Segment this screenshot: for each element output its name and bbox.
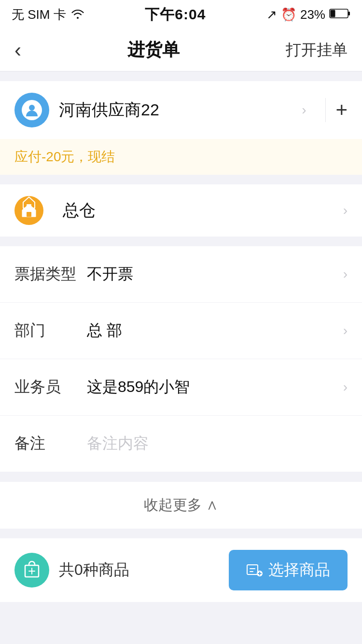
collapse-row[interactable]: 收起更多 ∧ [0, 481, 362, 529]
invoice-row[interactable]: 票据类型 不开票 › [0, 246, 362, 303]
product-count: 共0种商品 [59, 560, 219, 581]
gap-2 [0, 175, 362, 184]
page-rest [0, 602, 362, 644]
sales-row[interactable]: 业务员 这是859的小智 › [0, 359, 362, 416]
svg-rect-5 [27, 204, 31, 208]
dept-label: 部门 [14, 320, 77, 341]
supplier-avatar [14, 93, 49, 127]
battery-label: 23% [300, 7, 325, 22]
location-icon: ↗ [266, 7, 277, 22]
bottom-bar: 共0种商品 选择商品 [0, 538, 362, 602]
form-section: 票据类型 不开票 › 部门 总 部 › 业务员 这是859的小智 › 备注 备注… [0, 246, 362, 472]
supplier-section: 河南供应商22 › + 应付-20元，现结 [0, 81, 362, 175]
person-icon [22, 100, 42, 120]
divider [325, 98, 326, 122]
wifi-icon [71, 7, 84, 22]
warehouse-section[interactable]: 总仓 › [0, 184, 362, 237]
dept-row[interactable]: 部门 总 部 › [0, 303, 362, 359]
dept-chevron-icon: › [343, 323, 348, 338]
warehouse-chevron-icon: › [343, 203, 348, 218]
open-pending-button[interactable]: 打开挂单 [286, 40, 348, 61]
sales-chevron-icon: › [343, 379, 348, 395]
supplier-row[interactable]: 河南供应商22 › + [0, 81, 362, 139]
remark-row[interactable]: 备注 备注内容 [0, 416, 362, 472]
status-left: 无 SIM 卡 [12, 6, 84, 23]
nav-bar: ‹ 进货单 打开挂单 [0, 29, 362, 71]
invoice-value: 不开票 [87, 264, 343, 285]
carrier-label: 无 SIM 卡 [12, 6, 66, 23]
invoice-label: 票据类型 [14, 264, 77, 285]
notice-text: 应付-20元，现结 [14, 149, 115, 164]
dept-value: 总 部 [87, 320, 343, 341]
sales-label: 业务员 [14, 377, 77, 398]
svg-point-3 [29, 105, 35, 111]
svg-rect-7 [247, 565, 258, 574]
sales-value: 这是859的小智 [87, 377, 343, 398]
back-button[interactable]: ‹ [14, 39, 21, 62]
svg-rect-2 [330, 10, 335, 17]
battery-icon [329, 7, 350, 22]
alarm-icon: ⏰ [281, 7, 296, 22]
warehouse-icon [14, 196, 43, 225]
remark-label: 备注 [14, 433, 77, 454]
supplier-chevron-icon: › [302, 102, 306, 118]
select-product-label: 选择商品 [268, 560, 330, 581]
warehouse-row[interactable]: 总仓 › [0, 184, 362, 237]
select-product-button[interactable]: 选择商品 [229, 550, 348, 590]
notice-banner: 应付-20元，现结 [0, 139, 362, 175]
supplier-name: 河南供应商22 [59, 99, 302, 121]
gap-1 [0, 71, 362, 81]
status-bar: 无 SIM 卡 下午6:04 ↗ ⏰ 23% [0, 0, 362, 29]
svg-rect-4 [27, 212, 31, 217]
svg-rect-1 [348, 12, 350, 15]
product-icon [14, 553, 49, 588]
status-time: 下午6:04 [145, 5, 206, 25]
remark-input[interactable]: 备注内容 [87, 433, 348, 454]
warehouse-name: 总仓 [63, 199, 343, 222]
status-right: ↗ ⏰ 23% [266, 7, 350, 22]
add-button[interactable]: + [335, 98, 348, 122]
invoice-chevron-icon: › [343, 266, 348, 282]
collapse-label: 收起更多 ∧ [144, 495, 218, 515]
page-title: 进货单 [127, 38, 180, 62]
